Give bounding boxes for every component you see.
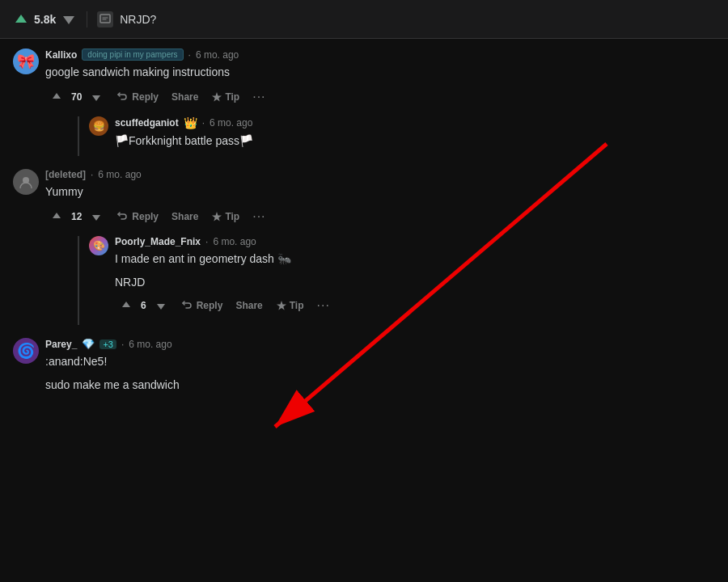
comment-poorly: 🎨 Poorly_Made_Fnix · 6 mo. ago I made en… xyxy=(89,236,715,325)
text-deleted: Yummy xyxy=(45,183,715,200)
parey-badge: 💎 xyxy=(82,338,95,350)
upvote-icon-2 xyxy=(50,210,63,223)
downvote-icon-2 xyxy=(90,210,103,223)
downvote-poorly[interactable] xyxy=(150,296,172,315)
author-poorly: Poorly_Made_Fnix xyxy=(115,236,201,247)
post-title-text: NRJD? xyxy=(120,13,156,26)
flair-kallixo: doing pipi in my pampers xyxy=(82,48,183,61)
author-deleted: [deleted] xyxy=(45,169,86,180)
share-button-poorly[interactable]: Share xyxy=(231,297,267,314)
comments-section: 🎀 Kallixo doing pipi in my pampers · 6 m… xyxy=(0,39,728,400)
avatar-scuffed: 🍔 xyxy=(89,116,108,136)
author-kallixo: Kallixo xyxy=(45,49,77,61)
reply-icon-2 xyxy=(116,210,129,223)
upvote-icon xyxy=(50,91,63,103)
avatar-deleted xyxy=(13,169,39,195)
actions-poorly: 6 xyxy=(115,296,715,315)
meta-scuffed: scuffedganiot 👑 · 6 mo. ago xyxy=(115,116,715,129)
upvote-deleted[interactable] xyxy=(45,207,68,226)
meta-poorly: Poorly_Made_Fnix · 6 mo. ago xyxy=(115,236,715,247)
time-poorly: 6 mo. ago xyxy=(213,236,256,247)
avatar-parey: 🌀 xyxy=(13,338,39,364)
comment-kallixo-meta: Kallixo doing pipi in my pampers · 6 mo.… xyxy=(45,48,715,61)
upvote-icon-3 xyxy=(120,299,133,312)
downvote-icon xyxy=(90,91,103,103)
downvote-button[interactable] xyxy=(61,11,77,27)
vote-count: 5.8k xyxy=(34,13,56,26)
comment-poorly-body: Poorly_Made_Fnix · 6 mo. ago I made en a… xyxy=(115,236,715,325)
downvote-deleted[interactable] xyxy=(85,207,108,226)
svg-rect-0 xyxy=(100,15,110,23)
tip-button-kallixo[interactable]: Tip xyxy=(206,88,244,106)
text-parey-2: sudo make me a sandwich xyxy=(45,377,715,394)
comment-poorly-wrapper: 🎨 Poorly_Made_Fnix · 6 mo. ago I made en… xyxy=(78,236,715,325)
time-parey: 6 mo. ago xyxy=(129,339,171,350)
comment-kallixo-body: Kallixo doing pipi in my pampers · 6 mo.… xyxy=(45,48,715,162)
post-title: NRJD? xyxy=(97,11,156,27)
comment-scuffed-inner: 🍔 scuffedganiot 👑 · 6 mo. ago 🏳️Forkknig… xyxy=(89,116,715,156)
votes-poorly: 6 xyxy=(141,300,146,311)
avatar-poorly: 🎨 xyxy=(89,236,108,255)
votes-kallixo: 70 xyxy=(71,91,82,103)
meta-deleted: [deleted] · 6 mo. ago xyxy=(45,169,715,180)
share-button-kallixo[interactable]: Share xyxy=(167,88,203,106)
actions-deleted: 12 xyxy=(45,207,715,226)
vote-section: 5.8k xyxy=(13,11,77,27)
downvote-icon-3 xyxy=(154,299,167,312)
divider xyxy=(87,11,87,27)
comment-scuffed: 🍔 scuffedganiot 👑 · 6 mo. ago 🏳️Forkknig… xyxy=(78,116,715,156)
plus-badge: +3 xyxy=(99,340,116,349)
share-button-deleted[interactable]: Share xyxy=(167,208,203,226)
text-poorly-1: I made en ant in geometry dash 🐜 xyxy=(115,251,715,268)
text-scuffed: 🏳️Forkknight battle pass🏳️ xyxy=(115,133,715,150)
topbar: 5.8k NRJD? xyxy=(0,0,728,39)
tip-button-poorly[interactable]: Tip xyxy=(271,297,309,314)
comment-parey: 🌀 Parey_ 💎 +3 · 6 mo. ago :anand:Ne5! su… xyxy=(13,338,715,400)
downvote-kallixo[interactable] xyxy=(85,87,108,107)
crown-badge: 👑 xyxy=(184,116,197,129)
more-button-poorly[interactable]: ··· xyxy=(312,297,335,314)
text-poorly-2: NRJD xyxy=(115,274,715,291)
time-kallixo: 6 mo. ago xyxy=(196,49,239,61)
app-container: 5.8k NRJD? 🎀 xyxy=(0,0,728,400)
text-parey-1: :anand:Ne5! xyxy=(45,353,715,370)
more-button-deleted[interactable]: ··· xyxy=(248,208,270,226)
reply-button-deleted[interactable]: Reply xyxy=(111,207,163,226)
comment-thread: 🎀 Kallixo doing pipi in my pampers · 6 m… xyxy=(0,39,728,400)
comment-deleted-body: [deleted] · 6 mo. ago Yummy xyxy=(45,169,715,331)
avatar-kallixo: 🎀 xyxy=(13,48,39,74)
comment-scuffed-body: scuffedganiot 👑 · 6 mo. ago 🏳️Forkknight… xyxy=(115,116,715,156)
comment-parey-body: Parey_ 💎 +3 · 6 mo. ago :anand:Ne5! sudo… xyxy=(45,338,715,400)
upvote-button[interactable] xyxy=(13,11,29,27)
comment-kallixo: 🎀 Kallixo doing pipi in my pampers · 6 m… xyxy=(13,48,715,162)
tip-button-deleted[interactable]: Tip xyxy=(206,208,244,226)
post-icon xyxy=(97,11,113,27)
reply-icon xyxy=(116,91,129,103)
upvote-poorly[interactable] xyxy=(115,296,138,315)
time-deleted: 6 mo. ago xyxy=(98,169,141,180)
reply-button-kallixo[interactable]: Reply xyxy=(111,87,163,107)
meta-parey: Parey_ 💎 +3 · 6 mo. ago xyxy=(45,338,715,350)
votes-deleted: 12 xyxy=(71,211,82,222)
author-scuffed: scuffedganiot xyxy=(115,117,179,129)
reply-icon-3 xyxy=(180,299,193,312)
reply-button-poorly[interactable]: Reply xyxy=(176,296,228,315)
time-scuffed: 6 mo. ago xyxy=(210,117,252,129)
actions-kallixo: 70 xyxy=(45,87,715,107)
upvote-kallixo[interactable] xyxy=(45,87,68,107)
comment-deleted: [deleted] · 6 mo. ago Yummy xyxy=(13,169,715,331)
more-button-kallixo[interactable]: ··· xyxy=(248,88,270,106)
text-kallixo: google sandwich making instructions xyxy=(45,64,715,81)
author-parey: Parey_ xyxy=(45,339,77,350)
